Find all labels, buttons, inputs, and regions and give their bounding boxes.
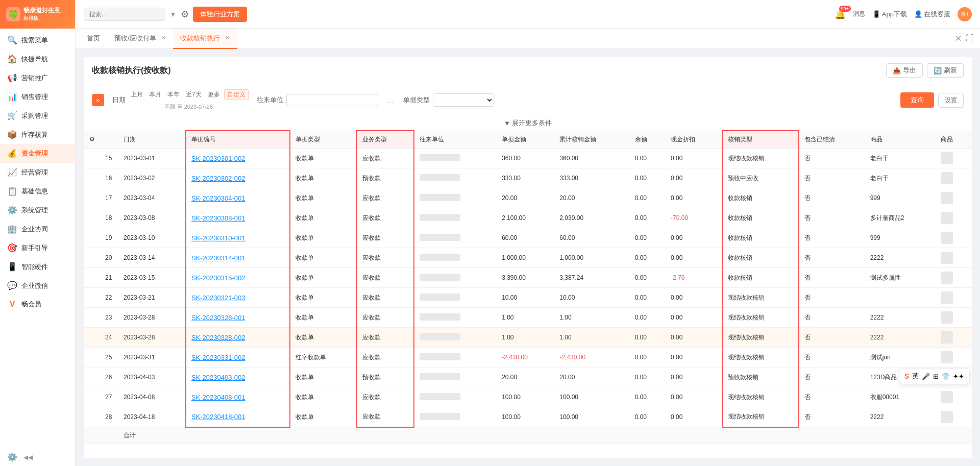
- voucher-no-link[interactable]: SK-20230308-001: [191, 214, 246, 222]
- voucher-no-link[interactable]: SK-20230301-002: [191, 155, 246, 162]
- table-row[interactable]: 18 2023-03-08 SK-20230308-001 收款单 应收款 2,…: [84, 208, 972, 228]
- date-btn-this-year[interactable]: 本年: [165, 89, 182, 100]
- cell-date: 2023-04-08: [118, 387, 186, 407]
- voucher-no-link[interactable]: SK-20230331-002: [191, 354, 246, 361]
- filter-toggle-button[interactable]: »: [92, 94, 104, 106]
- table-row[interactable]: 24 2023-03-28 SK-20230328-002 收款单 应收款 1.…: [84, 328, 972, 348]
- brand-grid-icon: ⊞: [933, 373, 939, 380]
- sidebar-item-enterprise[interactable]: 🏢 企业协同: [0, 219, 75, 238]
- sidebar-item-system[interactable]: ⚙️ 系统管理: [0, 201, 75, 219]
- tab-collection-verify-close[interactable]: ✕: [225, 35, 230, 41]
- voucher-no-link[interactable]: SK-20230315-002: [191, 274, 246, 282]
- date-btn-this-month[interactable]: 本月: [147, 89, 163, 100]
- sidebar-item-guide[interactable]: 🎯 新手引导: [0, 238, 75, 257]
- cell-goods: 多计量商品2: [865, 208, 936, 228]
- settings-icon[interactable]: ⚙️: [7, 452, 17, 462]
- col-date: 日期: [118, 131, 186, 149]
- online-service-link[interactable]: 👤 在线客服: [914, 10, 950, 19]
- tab-expand-icon[interactable]: ⛶: [966, 34, 974, 43]
- cell-amount: 333.00: [497, 168, 554, 188]
- cell-date: 2023-03-01: [118, 149, 186, 168]
- cell-settings: [84, 228, 100, 248]
- footer-index: [100, 427, 118, 444]
- partner-filter-input[interactable]: [286, 94, 378, 106]
- table-row[interactable]: 16 2023-03-02 SK-20230302-002 收款单 预收款 33…: [84, 168, 972, 188]
- sidebar-item-wechat[interactable]: 💬 企业微信: [0, 276, 75, 295]
- sidebar-item-member[interactable]: V 畅会员: [0, 295, 75, 313]
- brand-watermark: S 英 🎤 ⊞ 👕 ✦✦: [899, 368, 970, 384]
- query-button[interactable]: 查询: [900, 92, 934, 108]
- table-row[interactable]: 26 2023-04-03 SK-20230403-002 收款单 预收款 20…: [84, 367, 972, 387]
- date-custom-btn[interactable]: 自定义: [224, 89, 249, 100]
- col-include-cleared: 包含已结清: [799, 131, 865, 149]
- date-btn-more[interactable]: 更多: [206, 89, 222, 100]
- cell-cash-discount: 0.00: [666, 248, 722, 268]
- tab-close-icon[interactable]: ✕: [955, 34, 962, 43]
- table-row[interactable]: 23 2023-03-28 SK-20230328-001 收款单 应收款 1.…: [84, 308, 972, 328]
- voucher-no-link[interactable]: SK-20230310-001: [191, 234, 246, 242]
- table-row[interactable]: 22 2023-03-21 SK-20230321-003 收款单 应收款 10…: [84, 288, 972, 308]
- table-row[interactable]: 17 2023-03-04 SK-20230304-001 收款单 应收款 20…: [84, 188, 972, 208]
- filter-dots[interactable]: ...: [386, 96, 395, 104]
- sidebar-item-operation[interactable]: 📈 经营管理: [0, 163, 75, 182]
- cell-partner: [414, 328, 497, 348]
- voucher-no-link[interactable]: SK-20230328-001: [191, 314, 246, 322]
- table-row[interactable]: 27 2023-04-08 SK-20230408-001 收款单 应收款 10…: [84, 387, 972, 407]
- filter-setting-button[interactable]: 设置: [938, 93, 964, 108]
- voucher-no-link[interactable]: SK-20230408-001: [191, 394, 246, 401]
- table-scroll[interactable]: ⚙ 日期 单据编号 单据类型 业务类型 往来单位 单据金额 累计核销金额 余额 …: [84, 130, 972, 458]
- table-row[interactable]: 25 2023-03-31 SK-20230331-002 红字收款单 应收款 …: [84, 348, 972, 367]
- sidebar-menu: 🔍 搜索菜单 🏠 快捷导航 📢 营销推广 📊 销售管理 🛒 采购管理 📦 库存核…: [0, 29, 75, 448]
- topbar-search-input[interactable]: [84, 8, 165, 21]
- date-btn-last-7-days[interactable]: 近7天: [184, 89, 204, 100]
- sidebar-item-label: 智能硬件: [21, 262, 48, 272]
- sidebar-item-marketing[interactable]: 📢 营销推广: [0, 68, 75, 87]
- table-row[interactable]: 19 2023-03-10 SK-20230310-001 收款单 应收款 60…: [84, 228, 972, 248]
- tab-home[interactable]: 首页: [80, 29, 107, 49]
- avatar[interactable]: Rit: [958, 7, 972, 21]
- voucher-no-link[interactable]: SK-20230302-002: [191, 175, 246, 182]
- table-row[interactable]: 20 2023-03-14 SK-20230314-001 收款单 应收款 1,…: [84, 248, 972, 268]
- sidebar-item-quick[interactable]: 🏠 快捷导航: [0, 50, 75, 68]
- tab-collection-verify[interactable]: 收款核销执行 ✕: [173, 29, 237, 49]
- tab-pre-receipt-close[interactable]: ✕: [161, 35, 166, 41]
- expand-conditions-button[interactable]: ▼ 展开更多条件: [504, 118, 552, 128]
- voucher-no-link[interactable]: SK-20230304-001: [191, 194, 246, 202]
- industry-solution-button[interactable]: 体验行业方案: [193, 7, 247, 22]
- voucher-no-link[interactable]: SK-20230328-002: [191, 334, 246, 341]
- table-row[interactable]: 28 2023-04-18 SK-20230418-001 收款单 应收款 10…: [84, 407, 972, 427]
- cell-amount: 360.00: [497, 149, 554, 168]
- sidebar-item-basic[interactable]: 📋 基础信息: [0, 182, 75, 201]
- sidebar-item-inventory[interactable]: 📦 库存核算: [0, 125, 75, 144]
- voucher-no-link[interactable]: SK-20230314-001: [191, 254, 246, 262]
- export-button[interactable]: 📤 导出: [886, 63, 923, 78]
- filter-action-group: 查询 设置: [900, 92, 964, 108]
- collapse-icon[interactable]: ◀◀: [23, 454, 33, 461]
- chevron-down-icon[interactable]: ▼: [169, 10, 177, 18]
- sidebar-item-purchase[interactable]: 🛒 采购管理: [0, 106, 75, 125]
- cell-include-cleared: 否: [799, 149, 865, 168]
- cell-amount: 20.00: [497, 367, 554, 387]
- table-row[interactable]: 15 2023-03-01 SK-20230301-002 收款单 应收款 36…: [84, 149, 972, 168]
- voucher-no-link[interactable]: SK-20230418-001: [191, 413, 246, 421]
- refresh-button[interactable]: 🔄 刷新: [927, 63, 964, 78]
- voucher-no-link[interactable]: SK-20230403-002: [191, 374, 246, 381]
- date-btn-last-month[interactable]: 上月: [129, 89, 145, 100]
- topbar-gear-icon[interactable]: ⚙: [181, 9, 189, 20]
- cell-settings: [84, 208, 100, 228]
- cell-partner: [414, 308, 497, 328]
- cell-partner: [414, 387, 497, 407]
- cell-amount: 1.00: [497, 308, 554, 328]
- tab-pre-receipt[interactable]: 预收/应收付单 ✕: [107, 29, 173, 49]
- finance-icon: 💰: [7, 149, 17, 158]
- sidebar-item-sales[interactable]: 📊 销售管理: [0, 87, 75, 106]
- cell-balance: 0.00: [630, 268, 666, 288]
- sidebar-item-hardware[interactable]: 📱 智能硬件: [0, 257, 75, 276]
- app-download-link[interactable]: 📱 App下载: [872, 10, 907, 19]
- voucher-type-select[interactable]: [433, 93, 494, 107]
- cell-partner: [414, 367, 497, 387]
- table-row[interactable]: 21 2023-03-15 SK-20230315-002 收款单 应收款 3,…: [84, 268, 972, 288]
- sidebar-item-finance[interactable]: 💰 资金管理: [0, 144, 75, 163]
- voucher-no-link[interactable]: SK-20230321-003: [191, 294, 246, 302]
- sidebar-item-search[interactable]: 🔍 搜索菜单: [0, 31, 75, 50]
